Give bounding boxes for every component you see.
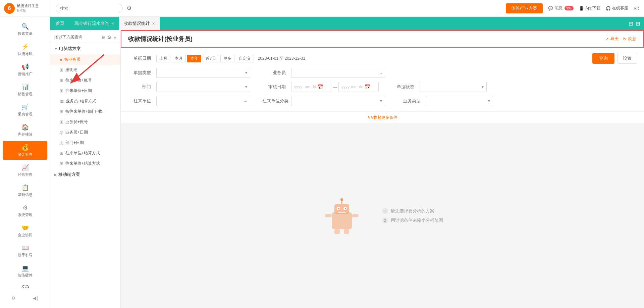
scheme-icon-pd: ⊞ (60, 88, 63, 93)
top-search-input[interactable] (56, 4, 123, 13)
scheme-item-salesman-date[interactable]: ◎ 业务员+日期 (50, 127, 120, 138)
collapse-bar[interactable]: ∧∧ 收起更多条件 (121, 112, 644, 123)
tip-2-number: 2 (382, 217, 388, 223)
partner-label: 往来单位 (127, 98, 151, 104)
review-date-start-icon[interactable]: 📅 (317, 84, 323, 90)
doc-type-select[interactable]: ▾ (156, 68, 250, 78)
sidebar-item-hardware[interactable]: 💻 智能硬件 (0, 261, 50, 281)
sidebar-item-sales[interactable]: 📊 销售管理 (0, 80, 50, 100)
svg-rect-6 (338, 212, 346, 213)
collapse-panel-icon[interactable]: « (114, 35, 116, 40)
left-panel: 按以下方案查询 ⊕ ⚙ « ▼ 电脑端方案 (50, 30, 121, 308)
scheme-item-partner-dept[interactable]: ⊞ 按往来单位+部门+收... (50, 106, 120, 117)
sidebar-item-basic[interactable]: 📋 基础信息 (0, 181, 50, 201)
scheme-item-partner-date[interactable]: ⊞ 往来单位+日期 (50, 86, 120, 96)
tip-1-number: 1 (382, 208, 388, 214)
add-scheme-icon[interactable]: ⊕ (101, 35, 105, 40)
close-collection-stats-tab[interactable]: ✕ (152, 21, 155, 26)
date-btn-custom[interactable]: 自定义 (236, 55, 254, 62)
review-date-end[interactable]: yyyy-mm-dd 📅 (338, 82, 379, 92)
setting-btn[interactable]: 设置 (617, 53, 637, 64)
scheme-item-salesman-account[interactable]: ⊞ 业务员+账号 (50, 117, 120, 127)
scheme-item-dept-date[interactable]: ◎ 部门+日期 (50, 138, 120, 148)
date-btn-more[interactable]: 更多 (220, 55, 234, 62)
sidebar-item-quick-nav[interactable]: ⚡ 快捷导航 (0, 40, 50, 60)
left-panel-title: 按以下方案查询 (54, 34, 83, 40)
sidebar-item-finance[interactable]: 💰 资金管理 (3, 141, 47, 160)
filter-row-3: 部门 ▾ 审核日期 yyyy-mm-dd 📅 — (127, 82, 637, 92)
sidebar-nav: 🔍 搜索菜单 ⚡ 快捷导航 📢 营销推广 📊 销售管理 🛒 采购管理 🏠 (0, 17, 50, 288)
query-btn[interactable]: 查询 (592, 53, 614, 64)
settings-bottom-btn[interactable]: ⚙ (9, 293, 18, 303)
refresh-btn[interactable]: ↻ 刷新 (623, 36, 637, 42)
result-area: 1 请先选择要分析的方案 2 用过滤条件来缩小分析范围 (121, 123, 644, 308)
tab-cash-flow[interactable]: 现金银行流水查询 ✕ (70, 17, 119, 30)
app-icon: 📱 (579, 6, 584, 11)
svg-point-8 (340, 198, 343, 201)
quick-nav-icon: ⚡ (21, 43, 29, 50)
tab-minimize-icon[interactable]: ⊟ (629, 20, 633, 27)
biz-type-select[interactable]: ▾ (426, 96, 493, 106)
date-btn-7days[interactable]: 近7天 (203, 55, 219, 62)
trial-btn[interactable]: 体验行业方案 (506, 3, 543, 13)
tab-home[interactable]: 首页 (50, 17, 70, 30)
review-date-start[interactable]: yyyy-mm-dd 📅 (291, 82, 331, 92)
date-btn-this-year[interactable]: 本年 (187, 55, 201, 62)
scheme-item-partner-account[interactable]: ⊞ 往来单位+账号 (50, 75, 120, 86)
partner-type-select[interactable]: ▾ (291, 96, 385, 106)
scheme-settings-icon[interactable]: ⚙ (107, 35, 112, 40)
svg-point-4 (338, 208, 339, 209)
sidebar-item-search[interactable]: 🔍 搜索菜单 (0, 19, 50, 40)
app-download-btn[interactable]: 📱 App下载 (579, 5, 600, 11)
sidebar-item-marketing[interactable]: 📢 营销推广 (0, 60, 50, 80)
collapse-icon: ∧∧ (367, 115, 373, 120)
salesman-more-btn[interactable]: ··· (378, 70, 382, 75)
salesman-select[interactable]: ··· (291, 68, 385, 78)
scheme-item-detail[interactable]: ⊞ 按明细 (50, 65, 120, 75)
guide-icon: 📖 (21, 244, 29, 252)
user-name[interactable]: Rit (634, 6, 639, 11)
partner-more-btn[interactable]: ··· (244, 99, 247, 104)
tab-maximize-icon[interactable]: ⊞ (636, 20, 640, 27)
partner-select[interactable]: ··· (156, 96, 250, 106)
scheme-item-by-salesman[interactable]: ● 按业务员 (50, 54, 120, 65)
sidebar-item-purchase[interactable]: 🛒 采购管理 (0, 100, 50, 120)
date-btn-last-month[interactable]: 上月 (156, 55, 170, 62)
sidebar-item-guide[interactable]: 📖 新手引导 (0, 241, 50, 261)
scheme-icon-dd: ◎ (60, 140, 63, 145)
scheme-icon-pds: ⊞ (60, 109, 63, 114)
sidebar-item-inventory[interactable]: 🏠 库存核算 (0, 120, 50, 140)
sidebar-item-collab[interactable]: 🤝 企业协同 (0, 221, 50, 241)
tab-collection-stats[interactable]: 收款情况统计 ✕ (119, 17, 160, 30)
message-badge: 99+ (565, 6, 574, 10)
date-separator: — (333, 85, 337, 90)
service-icon: 🎧 (606, 6, 611, 11)
online-service-btn[interactable]: 🎧 在线客服 (606, 5, 628, 11)
date-btn-this-month[interactable]: 本月 (172, 55, 186, 62)
sidebar-item-wechat[interactable]: 💬 企业微信 (0, 281, 50, 288)
svg-rect-11 (334, 229, 340, 234)
export-icon: ↗ (605, 37, 609, 42)
top-gear-icon[interactable]: ⚙ (127, 5, 131, 11)
review-date-end-icon[interactable]: 📅 (365, 84, 370, 90)
svg-rect-0 (332, 212, 352, 229)
scheme-group-mobile-header[interactable]: ▶ 移动端方案 (50, 169, 120, 180)
scheme-item-partner-settle1[interactable]: ⊞ 往来单位+结算方式 (50, 148, 120, 158)
collapse-sidebar-btn[interactable]: ◀‖ (30, 293, 41, 303)
scheme-list: ▼ 电脑端方案 ● 按业务员 ⊞ 按明细 ⊞ 往 (50, 43, 120, 308)
doc-type-arrow-icon: ▾ (245, 70, 247, 75)
message-btn[interactable]: 💬 消息 99+ (548, 5, 574, 11)
scheme-item-partner-settle2[interactable]: ⊞ 往来单位+结算方式 (50, 158, 120, 169)
scheme-item-salesman-settle[interactable]: ▦ 业务员+结算方式 (50, 96, 120, 106)
export-btn[interactable]: ↗ 导出 (605, 36, 619, 42)
basic-icon: 📋 (21, 184, 29, 191)
scheme-group-mobile: ▶ 移动端方案 (50, 169, 120, 180)
message-icon: 💬 (548, 6, 553, 11)
right-panel: 收款情况统计(按业务员) ↗ 导出 ↻ 刷新 (121, 30, 644, 308)
close-cash-flow-tab[interactable]: ✕ (111, 21, 114, 26)
scheme-group-desktop-header[interactable]: ▼ 电脑端方案 (50, 43, 120, 54)
sidebar-item-management[interactable]: 📈 经营管理 (0, 160, 50, 181)
dept-select[interactable]: ▾ (156, 82, 250, 92)
sidebar-item-system[interactable]: ⚙ 系统管理 (0, 201, 50, 221)
doc-status-select[interactable]: ▾ (420, 82, 487, 92)
